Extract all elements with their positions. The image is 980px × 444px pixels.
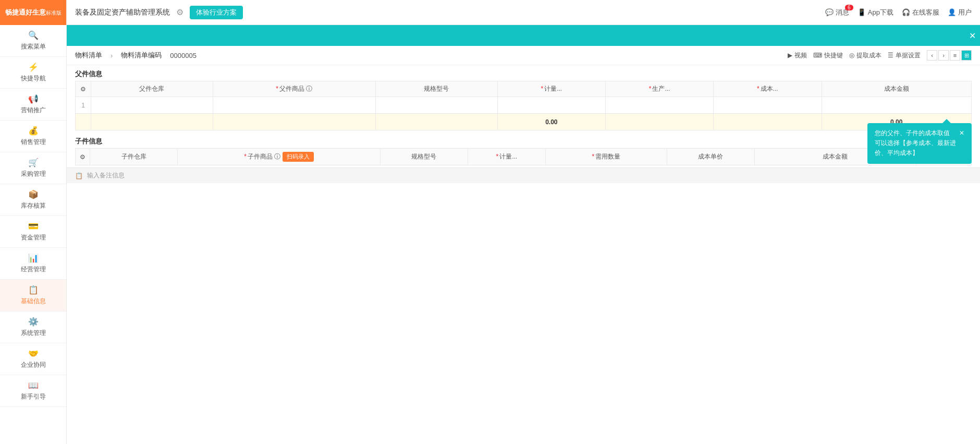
parent-subtotal-value: 0.00 [497, 114, 605, 130]
close-all-icon[interactable]: ✕ [969, 31, 976, 41]
online-service-btn[interactable]: 🎧 在线客服 [902, 8, 939, 17]
bottom-text: 输入备注信息 [87, 171, 125, 180]
parent-section-title: 父件信息 [75, 69, 972, 79]
sidebar-item-2[interactable]: 📢营销推广 [0, 89, 66, 121]
breadcrumb-item-1[interactable]: 物料清单 [75, 51, 102, 60]
parent-row-1-unit[interactable] [497, 97, 605, 114]
scan-input-btn[interactable]: 扫码录入 [283, 152, 314, 162]
sidebar-label-1: 快捷导航 [21, 74, 46, 83]
sidebar-icon-5: 📦 [28, 189, 39, 199]
extract-cost-btn[interactable]: ◎ 提取成本 [849, 51, 881, 60]
parent-row-1-product[interactable] [213, 97, 376, 114]
app-logo: 畅捷通好生意 标准版 [0, 0, 66, 25]
settings-icon[interactable]: ⚙ [176, 7, 183, 17]
sidebar-item-10[interactable]: 🤝企业协同 [0, 343, 66, 375]
sidebar-icon-8: 📋 [28, 285, 39, 295]
sidebar-item-4[interactable]: 🛒采购管理 [0, 152, 66, 184]
parent-row-1-warehouse[interactable] [91, 97, 213, 114]
sidebar-icon-6: 💳 [28, 221, 39, 231]
child-col-settings[interactable]: ⚙ [76, 149, 90, 165]
parent-subtotal-empty1 [91, 114, 213, 130]
child-section: 子件信息 ⚙ 子件仓库 *子件商品 ⓘ 扫码录入 规格型号 *计量... *需用… [67, 133, 980, 167]
trial-button[interactable]: 体验行业方案 [190, 6, 243, 19]
child-col-spec: 规格型号 [380, 149, 468, 165]
list-view-btn[interactable]: ≡ [950, 50, 960, 61]
parent-row-1-cost[interactable] [714, 97, 822, 114]
child-col-unit: *计量... [468, 149, 545, 165]
child-table: ⚙ 子件仓库 *子件商品 ⓘ 扫码录入 规格型号 *计量... *需用数量 成本… [75, 148, 972, 165]
sidebar-label-0: 搜索菜单 [21, 42, 46, 51]
parent-col-amount: 成本金额 [822, 81, 972, 97]
doc-number: 0000005 [170, 52, 197, 59]
view-label: 视频 [794, 51, 807, 60]
child-col-qty: *需用数量 [545, 149, 667, 165]
play-icon: ▶ [788, 52, 792, 59]
app-download-btn[interactable]: 📱 App下载 [858, 8, 893, 17]
sidebar-icon-4: 🛒 [28, 158, 39, 167]
child-col-unit-cost: 成本单价 [667, 149, 754, 165]
sidebar-item-3[interactable]: 💰销售管理 [0, 121, 66, 152]
parent-subtotal-empty2 [213, 114, 376, 130]
child-section-title: 子件信息 [75, 137, 972, 146]
next-btn[interactable]: › [938, 50, 949, 61]
sidebar-icon-9: ⚙️ [28, 317, 39, 327]
sidebar-label-5: 库存核算 [21, 201, 46, 210]
message-btn[interactable]: 💬 消息 6 [825, 8, 849, 17]
breadcrumb-separator: › [111, 52, 113, 59]
parent-col-settings[interactable]: ⚙ [76, 81, 91, 97]
breadcrumb-bar: 物料清单 › 物料清单编码 0000005 ▶ 视频 ⌨ 快捷键 ◎ 提取成本 … [67, 46, 980, 65]
nav-arrows: ‹ › ≡ ⊞ [927, 50, 972, 61]
sidebar-icon-1: ⚡ [28, 62, 39, 72]
bottom-bar: 📋 输入备注信息 [67, 167, 980, 183]
parent-col-cost: *成本... [714, 81, 822, 97]
extract-icon: ◎ [849, 52, 854, 59]
parent-col-production: *生产... [605, 81, 713, 97]
logo-subtitle: 标准版 [46, 9, 62, 16]
child-col-warehouse: 子件仓库 [90, 149, 178, 165]
sidebar-item-1[interactable]: ⚡快捷导航 [0, 57, 66, 89]
sidebar-item-8[interactable]: 📋基础信息 [0, 280, 66, 311]
user-icon: 👤 [948, 8, 956, 16]
view-btn[interactable]: ▶ 视频 [788, 51, 807, 60]
user-btn[interactable]: 👤 用户 [948, 8, 972, 17]
sidebar-label-4: 采购管理 [21, 170, 46, 178]
bottom-icon: 📋 [75, 172, 83, 179]
parent-subtotal-empty3 [376, 114, 498, 130]
parent-subtotal-empty4 [605, 114, 713, 130]
grid-view-btn[interactable]: ⊞ [961, 50, 972, 61]
sidebar-icon-7: 📊 [28, 253, 39, 263]
parent-subtotal-row: 0.00 0.00 [76, 114, 972, 130]
service-icon: 🎧 [902, 8, 910, 16]
parent-row-1-production[interactable] [605, 97, 713, 114]
parent-section: 父件信息 ⚙ 父件仓库 *父件商品 ⓘ 规格型号 *计量... *生产... *… [67, 65, 980, 133]
sidebar-item-11[interactable]: 📖新手引导 [0, 375, 66, 407]
parent-subtotal-empty5 [714, 114, 822, 130]
toolbar-right: ▶ 视频 ⌨ 快捷键 ◎ 提取成本 ☰ 单据设置 ‹ › [788, 50, 972, 61]
app-download-label: App下载 [868, 8, 893, 17]
shortcut-btn[interactable]: ⌨ 快捷键 [813, 51, 843, 60]
sidebar-item-9[interactable]: ⚙️系统管理 [0, 311, 66, 343]
keyboard-icon: ⌨ [813, 52, 822, 59]
logo-title: 畅捷通好生意 [5, 8, 46, 17]
parent-subtotal-label [76, 114, 91, 130]
parent-col-unit: *计量... [497, 81, 605, 97]
message-badge: 6 [845, 5, 853, 10]
user-label: 用户 [958, 8, 972, 17]
sidebar-item-0[interactable]: 🔍搜索菜单 [0, 25, 66, 57]
sidebar-icon-0: 🔍 [28, 30, 39, 40]
sidebar-item-5[interactable]: 📦库存核算 [0, 184, 66, 216]
parent-row-1-spec[interactable] [376, 97, 498, 114]
tooltip-close-btn[interactable]: ✕ [959, 128, 964, 138]
sidebar-label-7: 经营管理 [21, 265, 46, 274]
sidebar-label-11: 新手引导 [21, 392, 46, 401]
parent-row-1-num: 1 [76, 97, 91, 114]
phone-icon: 📱 [858, 8, 866, 16]
single-settings-label: 单据设置 [896, 51, 921, 60]
sidebar-label-10: 企业协同 [21, 361, 46, 369]
single-settings-btn[interactable]: ☰ 单据设置 [888, 51, 921, 60]
sidebar-item-7[interactable]: 📊经营管理 [0, 248, 66, 280]
prev-btn[interactable]: ‹ [927, 50, 937, 61]
parent-row-1-amount [822, 97, 972, 114]
sidebar-item-6[interactable]: 💳资金管理 [0, 216, 66, 248]
content-area: 物料清单 › 物料清单编码 0000005 ▶ 视频 ⌨ 快捷键 ◎ 提取成本 … [67, 46, 980, 444]
